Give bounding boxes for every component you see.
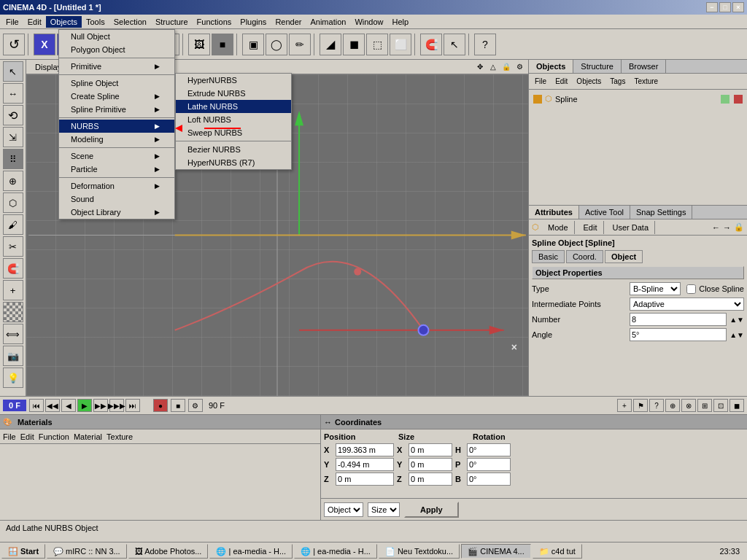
menu-selection[interactable]: Selection [109,16,151,28]
dd-primitive[interactable]: Primitive ▶ [59,60,174,73]
tab-active-tool[interactable]: Active Tool [579,206,630,219]
axis-x-button[interactable]: X [34,34,55,55]
obj-tags-menu[interactable]: Tags [607,77,628,86]
snap-btn[interactable]: 🧲 [420,34,442,55]
menu-functions[interactable]: Functions [193,16,236,28]
menu-render[interactable]: Render [271,16,306,28]
menu-structure[interactable]: Structure [151,16,193,28]
undo-button[interactable]: ↺ [3,34,25,55]
attr-intermediate-select[interactable]: Adaptive [630,298,744,311]
view-top[interactable]: ⬚ [366,34,388,55]
dd-sound[interactable]: Sound [59,192,174,206]
menu-window[interactable]: Window [350,16,387,28]
attr-edit-menu[interactable]: Edit [578,221,604,234]
menu-help[interactable]: Help [388,16,414,28]
mat-edit-menu[interactable]: Edit [20,432,34,441]
tool-dots[interactable]: ⠿ [3,149,23,169]
taskbar-item-ea1[interactable]: 🌐 | ea-media - H... [209,544,293,559]
tool-poly[interactable]: ⬡ [3,192,23,213]
dd-loft-nurbs[interactable]: Loft NURBS [176,113,291,126]
tl-stop[interactable]: ■ [171,399,185,412]
dd-object-library[interactable]: Object Library ▶ [59,206,174,219]
tl-motion-record[interactable]: ⚙ [188,399,203,412]
tl-icon-5[interactable]: ⊗ [681,399,696,412]
tool-rotate[interactable]: ⟲ [3,105,23,125]
tl-goto-end[interactable]: ⏭ [125,399,140,412]
cursor-btn[interactable]: ↖ [444,34,465,55]
tl-goto-start[interactable]: ⏮ [29,399,44,412]
tool-light[interactable]: 💡 [3,368,23,388]
attr-angle-stepper[interactable]: ▲▼ [729,331,744,339]
tl-icon-2[interactable]: ⚑ [633,399,648,412]
maximize-button[interactable]: □ [719,2,731,12]
dd-hyper-nurbs[interactable]: HyperNURBS [176,74,291,87]
viewport-settings-icon[interactable]: ⚙ [514,61,525,73]
tab-attributes[interactable]: Attributes [529,206,579,219]
tool-paint[interactable]: 🖌 [3,214,23,235]
tool-select[interactable]: ↖ [3,61,23,82]
attr-type-select[interactable]: B-Spline [630,282,681,295]
dd-lathe-nurbs[interactable]: Lathe NURBS [176,100,291,113]
viewport-lock-icon[interactable]: 🔒 [500,61,512,73]
tl-icon-3[interactable]: ? [649,399,664,412]
tl-icon-8[interactable]: ◼ [729,399,744,412]
coord-pos-x[interactable] [336,443,394,456]
tool-weld[interactable]: + [3,280,23,300]
attr-userdata-menu[interactable]: User Data [607,221,656,234]
attr-arrow-back[interactable]: ← [712,223,720,232]
start-button[interactable]: 🪟 Start [1,544,45,559]
help-btn[interactable]: ? [474,34,496,55]
coord-pos-z[interactable] [336,472,394,486]
obj-check-red[interactable] [734,95,743,104]
view-front[interactable]: ◼ [343,34,365,55]
tl-next-frame[interactable]: ▶▶ [93,399,108,412]
render-btn[interactable]: ■ [212,34,233,55]
mat-function-menu[interactable]: Function [39,432,69,441]
tab-coord[interactable]: Coord. [566,250,603,263]
tool-scale[interactable]: ⇲ [3,127,23,147]
minimize-button[interactable]: − [706,2,718,12]
tool-move[interactable]: ↔ [3,83,23,104]
coord-rot-b[interactable] [467,472,511,486]
taskbar-item-mirc[interactable]: 💬 mIRC :: NN 3... [47,544,127,559]
menu-file[interactable]: File [1,16,23,28]
obj-objects-menu[interactable]: Objects [573,77,604,86]
tool-axes[interactable]: ⊕ [3,171,23,191]
taskbar-item-c4dtut[interactable]: 📁 c4d tut [533,544,582,559]
obj-edit-menu[interactable]: Edit [552,77,570,86]
obj-texture-menu[interactable]: Texture [631,77,661,86]
tool-knife[interactable]: ✂ [3,236,23,257]
obj-file-menu[interactable]: File [532,77,549,86]
close-spline-checkbox[interactable] [686,284,696,294]
dd-deformation[interactable]: Deformation ▶ [59,179,174,192]
tool-mirror[interactable]: ⟺ [3,324,23,344]
taskbar-item-cinema4d[interactable]: 🎬 CINEMA 4... [461,544,531,559]
free-select[interactable]: ✏ [289,34,311,55]
dd-polygon-object[interactable]: Polygon Object [59,43,174,56]
menu-objects[interactable]: Objects [46,16,82,28]
coord-size-x[interactable] [409,443,452,456]
tl-prev-key[interactable]: ◀◀ [45,399,60,412]
mat-material-menu[interactable]: Material [74,432,102,441]
taskbar-item-photoshop[interactable]: 🖼 Adobe Photos... [128,544,209,559]
tab-browser[interactable]: Browser [622,60,666,73]
tab-object[interactable]: Object [605,250,643,263]
tab-snap-settings[interactable]: Snap Settings [630,206,693,219]
dd-extrude-nurbs[interactable]: Extrude NURBS [176,87,291,100]
tl-play[interactable]: ▶ [77,399,92,412]
render-preview[interactable]: 🖼 [188,34,210,55]
menu-plugins[interactable]: Plugins [236,16,271,28]
coord-size-z[interactable] [409,472,452,486]
coord-pos-y[interactable] [336,458,394,471]
view-right[interactable]: ⬜ [390,34,411,55]
circle-select[interactable]: ◯ [266,34,287,55]
coord-object-select[interactable]: Object [324,502,363,517]
coord-size-select[interactable]: Size [368,502,400,517]
attr-arrow-fwd[interactable]: → [723,223,731,232]
dd-spline-primitive[interactable]: Spline Primitive ▶ [59,103,174,116]
dd-null-object[interactable]: Null Object [59,30,174,43]
tl-icon-6[interactable]: ⊞ [697,399,712,412]
tl-icon-4[interactable]: ⊕ [665,399,680,412]
mat-texture-menu[interactable]: Texture [107,432,133,441]
viewport-camera-icon[interactable]: △ [487,61,499,73]
